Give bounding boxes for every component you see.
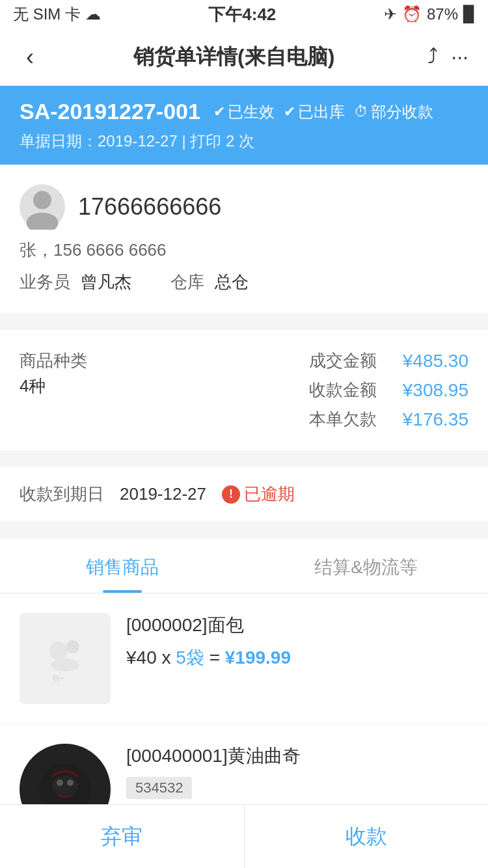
customer-section: 17666666666 张，156 6666 6666 业务员 曾凡杰 仓库 总… bbox=[0, 165, 488, 313]
nav-actions: ⤴ ··· bbox=[427, 45, 468, 69]
owed-row: 本单欠款 ¥176.35 bbox=[309, 408, 468, 431]
overdue-badge: ! 已逾期 bbox=[222, 483, 295, 506]
status-shipped: ✔ 已出库 bbox=[284, 102, 345, 122]
tabs-container: 销售商品 结算&物流等 bbox=[0, 538, 488, 593]
category-label: 商品种类 bbox=[20, 349, 87, 372]
product-name-1: [0000002]面包 bbox=[126, 613, 468, 638]
svg-point-2 bbox=[49, 642, 68, 660]
overdue-text: 已逾期 bbox=[244, 483, 295, 506]
order-banner: SA-20191227-001 ✔ 已生效 ✔ 已出库 ⏱ 部分收款 单据日期：… bbox=[0, 86, 488, 165]
separator-2 bbox=[0, 457, 488, 467]
product-name-2: [000400001]黄油曲奇 bbox=[126, 744, 468, 768]
svg-point-3 bbox=[66, 640, 79, 653]
list-item: 鸮+ [0000002]面包 ¥40 x 5袋 = ¥199.99 bbox=[0, 593, 488, 724]
status-active-label: 已生效 bbox=[228, 102, 275, 122]
nav-bar: ‹ 销货单详情(来自电脑) ⤴ ··· bbox=[0, 29, 488, 86]
svg-text:鸮+: 鸮+ bbox=[52, 674, 64, 683]
battery-level: 87% bbox=[427, 5, 458, 23]
customer-name: 张，156 6666 6666 bbox=[20, 239, 468, 262]
confirm-button[interactable]: 收款 bbox=[245, 805, 489, 868]
warehouse-meta: 仓库 总仓 bbox=[170, 271, 249, 293]
separator-1 bbox=[0, 319, 488, 330]
battery-icon: ▉ bbox=[463, 5, 475, 23]
more-icon[interactable]: ··· bbox=[451, 45, 468, 69]
svg-point-9 bbox=[67, 780, 74, 786]
alarm-icon: ⏰ bbox=[402, 5, 422, 23]
separator-3 bbox=[0, 528, 488, 538]
status-right: ✈ ⏰ 87% ▉ bbox=[384, 5, 475, 23]
sales-label: 业务员 bbox=[20, 271, 70, 293]
tab-products[interactable]: 销售商品 bbox=[0, 538, 244, 593]
status-partial: ⏱ 部分收款 bbox=[354, 102, 433, 122]
tabs-section: 销售商品 结算&物流等 bbox=[0, 538, 488, 593]
stats-section: 商品种类 4种 成交金额 ¥485.30 收款金额 ¥308.95 本单欠款 ¥… bbox=[0, 330, 488, 450]
due-date: 2019-12-27 bbox=[120, 484, 206, 504]
share-icon[interactable]: ⤴ bbox=[427, 45, 438, 69]
status-badges: ✔ 已生效 ✔ 已出库 ⏱ 部分收款 bbox=[213, 102, 433, 122]
sales-meta: 业务员 曾凡杰 bbox=[20, 271, 131, 293]
collected-label: 收款金额 bbox=[309, 379, 377, 401]
avatar bbox=[20, 184, 65, 230]
overdue-icon: ! bbox=[222, 485, 240, 504]
due-section: 收款到期日 2019-12-27 ! 已逾期 bbox=[0, 467, 488, 521]
svg-point-0 bbox=[33, 191, 51, 210]
warehouse-label: 仓库 bbox=[170, 271, 204, 293]
status-carrier: 无 SIM 卡 ☁ bbox=[13, 4, 101, 25]
category-value: 4种 bbox=[20, 375, 87, 398]
cancel-button[interactable]: 弃审 bbox=[0, 805, 245, 868]
status-partial-label: 部分收款 bbox=[371, 102, 433, 122]
location-icon: ✈ bbox=[384, 5, 397, 23]
customer-phone: 17666666666 bbox=[78, 193, 221, 221]
due-label: 收款到期日 bbox=[20, 483, 104, 506]
status-left: 无 SIM 卡 ☁ bbox=[13, 4, 101, 25]
warehouse-value: 总仓 bbox=[215, 271, 249, 293]
svg-point-8 bbox=[57, 780, 63, 786]
check-icon-2: ✔ bbox=[284, 103, 295, 120]
product-thumb-1: 鸮+ bbox=[20, 613, 111, 704]
owed-value: ¥176.35 bbox=[403, 409, 468, 430]
price-x-1: x bbox=[162, 647, 176, 668]
back-button[interactable]: ‹ bbox=[20, 37, 40, 77]
page-title: 销货单详情(来自电脑) bbox=[133, 43, 334, 72]
status-time: 下午4:42 bbox=[208, 3, 276, 26]
price-eq-1: = bbox=[210, 647, 225, 668]
clock-icon: ⏱ bbox=[354, 103, 368, 120]
stats-left: 商品种类 4种 bbox=[20, 349, 87, 398]
amount-row: 成交金额 ¥485.30 bbox=[309, 349, 468, 372]
customer-meta: 业务员 曾凡杰 仓库 总仓 bbox=[20, 271, 468, 293]
tab-products-label: 销售商品 bbox=[86, 557, 159, 577]
svg-point-4 bbox=[51, 658, 79, 671]
price-base-1: ¥40 bbox=[126, 647, 157, 668]
product-price-1: ¥40 x 5袋 = ¥199.99 bbox=[126, 645, 468, 670]
tab-settlement[interactable]: 结算&物流等 bbox=[244, 538, 488, 593]
product-tag-2: 534532 bbox=[126, 777, 192, 799]
price-qty-1: 5袋 bbox=[176, 647, 204, 668]
order-date-info: 单据日期：2019-12-27 | 打印 2 次 bbox=[20, 131, 468, 152]
stats-right: 成交金额 ¥485.30 收款金额 ¥308.95 本单欠款 ¥176.35 bbox=[309, 349, 468, 431]
check-icon-1: ✔ bbox=[213, 103, 225, 120]
amount-label: 成交金额 bbox=[309, 349, 377, 372]
amount-value: ¥485.30 bbox=[403, 351, 468, 372]
owed-label: 本单欠款 bbox=[309, 408, 377, 431]
product-info-1: [0000002]面包 ¥40 x 5袋 = ¥199.99 bbox=[126, 613, 468, 670]
collected-value: ¥308.95 bbox=[403, 380, 468, 401]
status-bar: 无 SIM 卡 ☁ 下午4:42 ✈ ⏰ 87% ▉ bbox=[0, 0, 488, 29]
collected-row: 收款金额 ¥308.95 bbox=[309, 379, 468, 401]
tab-settlement-label: 结算&物流等 bbox=[314, 557, 418, 577]
svg-point-1 bbox=[27, 213, 59, 230]
status-shipped-label: 已出库 bbox=[298, 102, 345, 122]
sales-value: 曾凡杰 bbox=[81, 271, 131, 293]
status-active: ✔ 已生效 bbox=[213, 102, 275, 122]
price-total-1: ¥199.99 bbox=[225, 647, 291, 668]
order-id: SA-20191227-001 bbox=[20, 99, 200, 124]
svg-point-7 bbox=[52, 776, 78, 796]
bottom-bar: 弃审 收款 bbox=[0, 804, 488, 868]
